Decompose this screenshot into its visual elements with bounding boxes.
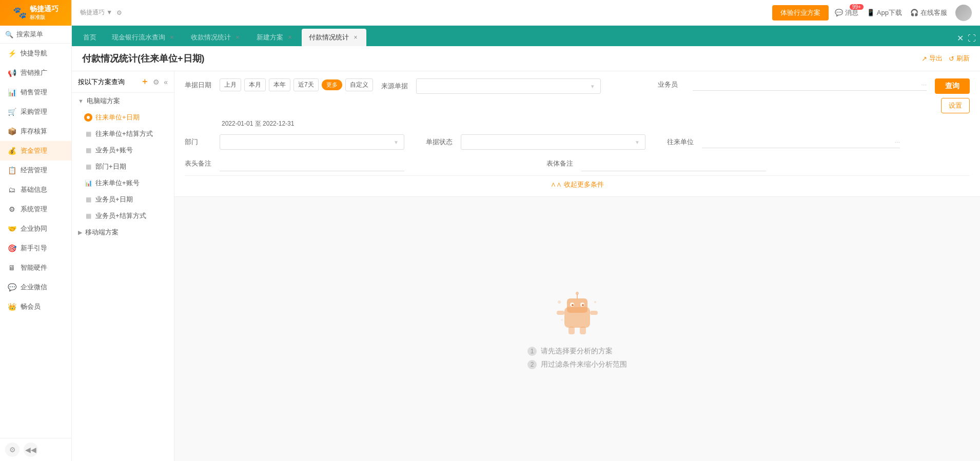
sidebar-item-capital[interactable]: 💰 资金管理 [0, 141, 71, 161]
date-label: 单据日期 [185, 81, 215, 90]
gear-btn[interactable]: ⚙ [116, 9, 122, 16]
tree-item-pc-3[interactable]: ▦ 业务员+账号 [72, 142, 174, 158]
sidebar-item-new-guide[interactable]: 🎯 新手引导 [0, 238, 71, 258]
svg-rect-10 [590, 311, 598, 315]
tab-home[interactable]: 首页 [76, 29, 104, 46]
tab-maximize-icon[interactable]: ⛶ [968, 34, 976, 43]
filter-actions: 查询 设置 [935, 78, 970, 113]
settings-plan-icon[interactable]: ⚙ [153, 78, 160, 86]
sidebar-item-label: 企业协同 [21, 224, 47, 233]
tab-receipts[interactable]: 收款情况统计 × [184, 29, 248, 46]
date-btn-last-7days[interactable]: 近7天 [293, 78, 319, 91]
right-panel: 单据日期 上月 本月 本年 近7天 更多 自定义 来源单据 [174, 71, 980, 461]
sidebar-item-purchase[interactable]: 🛒 采购管理 [0, 102, 71, 122]
sidebar-item-sys-manage[interactable]: ⚙ 系统管理 [0, 199, 71, 219]
sidebar-item-quick-nav[interactable]: ⚡ 快捷导航 [0, 44, 71, 63]
sidebar-item-label: 库存核算 [21, 127, 47, 136]
user-avatar[interactable] [955, 5, 972, 21]
refresh-icon: ↺ [949, 55, 954, 63]
date-btn-this-year[interactable]: 本年 [269, 78, 290, 91]
sidebar-item-vip[interactable]: 👑 畅会员 [0, 297, 71, 316]
tree-group-pc-arrow: ▼ [78, 98, 84, 104]
app-download-action[interactable]: 📱 App下载 [867, 8, 902, 17]
tree-item-pc-3-icon: ▦ [84, 146, 92, 154]
wechat-icon: 💬 [7, 283, 16, 292]
date-btn-last-month[interactable]: 上月 [220, 78, 241, 91]
tab-payment-stat[interactable]: 付款情况统计 × [302, 29, 366, 46]
refresh-btn[interactable]: ↺ 刷新 [949, 54, 970, 63]
source-select[interactable]: ▼ [416, 78, 601, 94]
trial-btn[interactable]: 体验行业方案 [772, 5, 829, 21]
note-body-label: 表体备注 [546, 159, 577, 168]
sidebar-item-marketing[interactable]: 📢 营销推广 [0, 63, 71, 83]
tree-group-pc[interactable]: ▼ 电脑端方案 [72, 93, 174, 109]
sidebar-item-operation[interactable]: 📋 经营管理 [0, 161, 71, 180]
collapse-label: 收起更多条件 [564, 181, 604, 188]
doc-status-select[interactable]: ▼ [461, 134, 645, 150]
sidebar-item-label: 资金管理 [21, 146, 47, 155]
tree-group-mobile[interactable]: ▶ 移动端方案 [72, 224, 174, 240]
tab-new-plan-close[interactable]: × [286, 34, 293, 41]
tree-item-pc-4[interactable]: ▦ 部门+日期 [72, 158, 174, 175]
collapse-panel-icon[interactable]: « [164, 78, 168, 86]
salesman-dots[interactable]: ··· [921, 81, 927, 88]
collapse-sidebar-icon[interactable]: ◀◀ [24, 443, 38, 457]
sidebar-item-enterprise[interactable]: 🤝 企业协同 [0, 219, 71, 238]
online-service-action[interactable]: 🎧 在线客服 [910, 8, 947, 17]
partner-label: 往来单位 [667, 137, 698, 147]
left-panel-icons: ＋ ⚙ « [141, 76, 168, 87]
doc-status-arrow-icon: ▼ [635, 139, 640, 145]
messages-badge: 99+ [850, 4, 864, 10]
app-download-label: App下载 [877, 8, 902, 17]
export-btn[interactable]: ↗ 导出 [922, 54, 943, 63]
note-head-input[interactable] [220, 156, 404, 171]
add-plan-icon[interactable]: ＋ [141, 76, 149, 87]
query-btn[interactable]: 查询 [935, 78, 970, 94]
logo-icon: 🐾 [13, 6, 27, 19]
tab-payment-stat-close[interactable]: × [352, 34, 359, 41]
left-panel-header: 按以下方案查询 ＋ ⚙ « [72, 71, 174, 93]
collapse-btn[interactable]: ∧∧ 收起更多条件 [551, 181, 604, 188]
sidebar-item-label: 快捷导航 [21, 49, 47, 58]
tree-item-pc-6[interactable]: ▦ 业务员+日期 [72, 191, 174, 208]
left-panel: 按以下方案查询 ＋ ⚙ « ▼ 电脑端方案 往来单位+日期 ▦ [72, 71, 174, 461]
settings-btn[interactable]: 设置 [941, 98, 970, 113]
sidebar-item-label: 畅会员 [21, 302, 41, 311]
sidebar-item-basic-info[interactable]: 🗂 基础信息 [0, 180, 71, 199]
empty-tip-2: 2 用过滤条件来缩小分析范围 [527, 360, 627, 369]
tab-new-plan[interactable]: 新建方案 × [249, 29, 301, 46]
tree-item-pc-5[interactable]: 📊 往来单位+账号 [72, 175, 174, 191]
sidebar-item-label: 系统管理 [21, 205, 47, 214]
dept-select[interactable]: ▼ [220, 134, 404, 150]
search-menu[interactable]: 🔍 搜索菜单 [0, 26, 71, 44]
tab-close-all-icon[interactable]: ✕ [957, 33, 964, 43]
tree-item-pc-7[interactable]: ▦ 业务员+结算方式 [72, 208, 174, 224]
partner-dots[interactable]: ··· [894, 138, 900, 146]
tab-receipts-close[interactable]: × [234, 34, 241, 41]
sidebar-bottom: ⚙ ◀◀ [0, 438, 71, 461]
svg-rect-11 [569, 327, 575, 334]
svg-point-13 [558, 300, 561, 304]
tree-group-mobile-arrow: ▶ [78, 229, 82, 236]
note-body-input[interactable] [581, 156, 766, 171]
svg-rect-9 [557, 311, 564, 315]
tab-bar: 首页 现金银行流水查询 × 收款情况统计 × 新建方案 × 付款情况统计 × ✕… [72, 26, 980, 46]
sidebar-item-inventory[interactable]: 📦 库存核算 [0, 122, 71, 141]
tree-item-pc-1[interactable]: 往来单位+日期 [72, 109, 174, 126]
messages-action[interactable]: 💬 消息 99+ [835, 8, 858, 17]
tab-bank-close[interactable]: × [168, 34, 175, 41]
tab-bank[interactable]: 现金银行流水查询 × [105, 29, 183, 46]
left-panel-title: 按以下方案查询 [78, 77, 125, 87]
sidebar-item-wechat[interactable]: 💬 企业微信 [0, 277, 71, 297]
sidebar-item-smart-hw[interactable]: 🖥 智能硬件 [0, 258, 71, 277]
settings-bottom-icon[interactable]: ⚙ [5, 443, 19, 457]
online-service-label: 在线客服 [920, 8, 947, 17]
svg-point-6 [582, 304, 584, 306]
date-btn-more[interactable]: 更多 [322, 79, 342, 90]
sidebar-item-label: 经营管理 [21, 166, 47, 175]
date-btn-custom[interactable]: 自定义 [345, 78, 373, 91]
sidebar-item-sales[interactable]: 📊 销售管理 [0, 83, 71, 102]
date-btn-this-month[interactable]: 本月 [244, 78, 266, 91]
tree-item-pc-2[interactable]: ▦ 往来单位+结算方式 [72, 126, 174, 142]
svg-rect-12 [580, 327, 586, 334]
